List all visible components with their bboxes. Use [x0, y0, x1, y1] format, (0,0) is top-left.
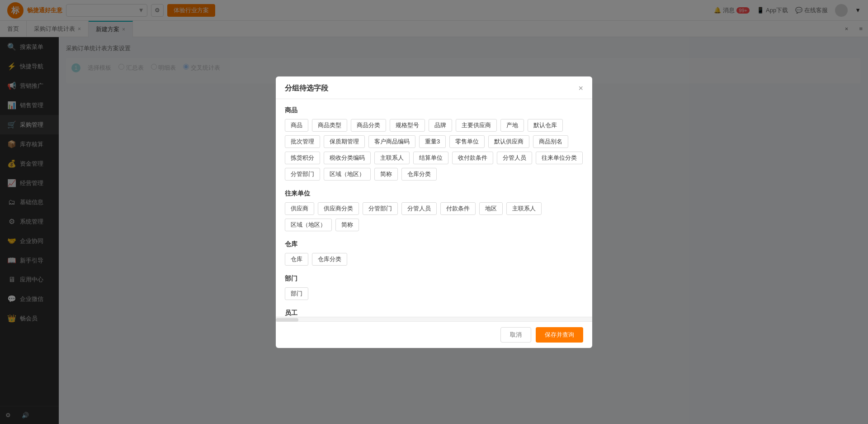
- field-tag[interactable]: 结算单位: [413, 152, 448, 164]
- field-group-goods-title: 商品: [285, 106, 583, 114]
- dialog-body: 商品 商品 商品类型 商品分类 规格型号 品牌 主要供应商 产地 默认仓库 批次…: [276, 99, 592, 317]
- field-tag[interactable]: 供应商分类: [318, 202, 359, 215]
- field-tag[interactable]: 批次管理: [285, 135, 320, 148]
- field-tag[interactable]: 客户商品编码: [368, 135, 415, 148]
- dialog-hscroll-thumb: [276, 318, 298, 322]
- field-tag[interactable]: 主联系人: [374, 152, 410, 164]
- field-tag[interactable]: 主要供应商: [456, 119, 497, 132]
- field-tag[interactable]: 简称: [335, 219, 359, 231]
- field-group-dept: 部门 部门: [285, 275, 583, 300]
- dialog-hscroll[interactable]: [276, 317, 592, 321]
- field-tag[interactable]: 仓库分类: [312, 253, 347, 266]
- dialog-header: 分组待选字段 ×: [276, 76, 592, 99]
- dialog: 分组待选字段 × 商品 商品 商品类型 商品分类 规格型号 品牌 主要供应商 产…: [276, 76, 592, 348]
- field-group-dept-title: 部门: [285, 275, 583, 283]
- field-tag[interactable]: 收付款条件: [452, 152, 493, 164]
- field-group-partner: 往来单位 供应商 供应商分类 分管部门 分管人员 付款条件 地区 主联系人 区域…: [285, 190, 583, 231]
- field-tag[interactable]: 部门: [285, 287, 308, 300]
- field-tag[interactable]: 分管人员: [497, 152, 532, 164]
- dialog-footer: 取消 保存并查询: [276, 321, 592, 348]
- dialog-close-button[interactable]: ×: [578, 84, 583, 93]
- field-tag[interactable]: 品牌: [429, 119, 452, 132]
- field-tag[interactable]: 分管人员: [401, 202, 437, 215]
- field-tag[interactable]: 主联系人: [506, 202, 542, 215]
- field-tag[interactable]: 商品分类: [351, 119, 386, 132]
- field-group-employee: 员工 业务员: [285, 309, 583, 317]
- field-tag[interactable]: 保质期管理: [324, 135, 365, 148]
- field-tag[interactable]: 规格型号: [390, 119, 425, 132]
- field-tag[interactable]: 税收分类编码: [324, 152, 371, 164]
- field-tag[interactable]: 商品别名: [533, 135, 568, 148]
- field-group-warehouse: 仓库 仓库 仓库分类: [285, 240, 583, 266]
- dialog-overlay: 分组待选字段 × 商品 商品 商品类型 商品分类 规格型号 品牌 主要供应商 产…: [0, 0, 868, 424]
- field-group-employee-title: 员工: [285, 309, 583, 317]
- field-tag[interactable]: 零售单位: [449, 135, 485, 148]
- dialog-title: 分组待选字段: [285, 84, 328, 93]
- field-tag[interactable]: 仓库分类: [401, 168, 437, 181]
- field-tag[interactable]: 分管部门: [285, 168, 320, 181]
- field-group-warehouse-title: 仓库: [285, 240, 583, 248]
- field-tag[interactable]: 地区: [479, 202, 503, 215]
- field-tag[interactable]: 往来单位分类: [536, 152, 583, 164]
- cancel-button[interactable]: 取消: [500, 327, 531, 343]
- field-tag[interactable]: 区域（地区）: [285, 219, 332, 231]
- field-tag[interactable]: 产地: [500, 119, 524, 132]
- field-tag[interactable]: 简称: [374, 168, 398, 181]
- field-tag[interactable]: 拣货积分: [285, 152, 320, 164]
- field-tag[interactable]: 重量3: [419, 135, 446, 148]
- field-tags-partner: 供应商 供应商分类 分管部门 分管人员 付款条件 地区 主联系人 区域（地区） …: [285, 202, 583, 231]
- field-tag[interactable]: 默认仓库: [528, 119, 563, 132]
- field-tags-warehouse: 仓库 仓库分类: [285, 253, 583, 266]
- field-tag[interactable]: 供应商: [285, 202, 314, 215]
- field-tag[interactable]: 区域（地区）: [324, 168, 371, 181]
- field-tags-goods: 商品 商品类型 商品分类 规格型号 品牌 主要供应商 产地 默认仓库 批次管理 …: [285, 119, 583, 181]
- field-group-partner-title: 往来单位: [285, 190, 583, 198]
- field-tag[interactable]: 商品: [285, 119, 308, 132]
- field-group-goods: 商品 商品 商品类型 商品分类 规格型号 品牌 主要供应商 产地 默认仓库 批次…: [285, 106, 583, 181]
- field-tag[interactable]: 仓库: [285, 253, 308, 266]
- field-tag[interactable]: 付款条件: [440, 202, 476, 215]
- field-tag[interactable]: 商品类型: [312, 119, 347, 132]
- field-tag[interactable]: 默认供应商: [488, 135, 529, 148]
- save-button[interactable]: 保存并查询: [536, 327, 583, 343]
- field-tag[interactable]: 分管部门: [363, 202, 398, 215]
- field-tags-dept: 部门: [285, 287, 583, 300]
